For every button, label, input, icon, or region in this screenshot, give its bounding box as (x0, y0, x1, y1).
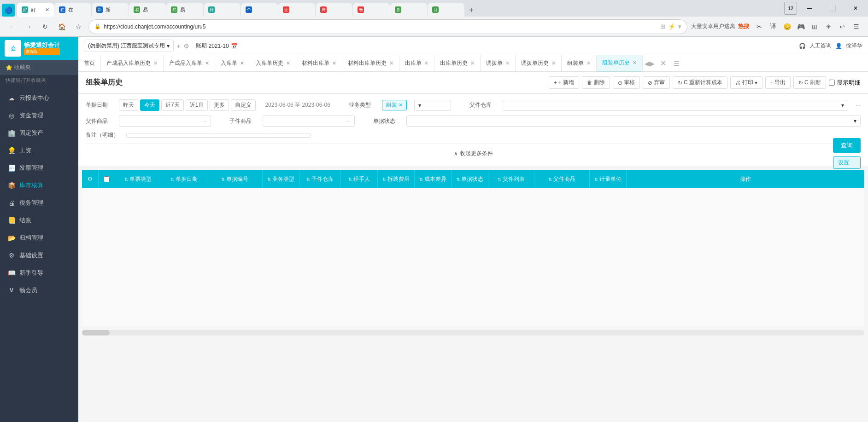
tab-close-icon[interactable]: ✕ (205, 60, 209, 66)
tab-transfer-history[interactable]: 调拨单历史 ✕ (516, 55, 562, 72)
tab-count-badge[interactable]: 12 (784, 2, 797, 15)
th-unit[interactable]: ⇅ 计量单位 (590, 170, 627, 188)
extensions-icon[interactable]: ⚡ (668, 23, 675, 30)
close-button[interactable]: ✕ (845, 0, 866, 17)
sun-tool[interactable]: ☀ (822, 20, 835, 33)
tab-in-history[interactable]: 入库单历史 ✕ (250, 55, 296, 72)
tab-material-out[interactable]: 材料出库单 ✕ (296, 55, 342, 72)
new-tab-button[interactable]: + (465, 4, 478, 17)
settings-button[interactable]: 设置 (833, 156, 861, 169)
tab-in-bill[interactable]: 入库单 ✕ (215, 55, 250, 72)
bookmark-button[interactable]: ☆ (72, 20, 85, 33)
th-disassemble-fee[interactable]: ⇅ 拆装费用 (378, 170, 415, 188)
add-company-icon[interactable]: + (176, 42, 180, 50)
tab-close-icon[interactable]: ✕ (470, 60, 475, 66)
browser-tab-3[interactable]: 易 易 (129, 3, 166, 17)
yesterday-btn[interactable]: 昨天 (119, 99, 138, 111)
th-bill-date[interactable]: ⇅ 单据日期 (161, 170, 207, 188)
th-cost-diff[interactable]: ⇅ 成本差异 (415, 170, 452, 188)
delete-button[interactable]: 🗑 删除 (582, 76, 610, 89)
browser-tab-5[interactable]: 好 (204, 3, 240, 17)
th-sub-warehouse[interactable]: ⇅ 子件仓库 (299, 170, 341, 188)
more-icon[interactable]: ··· (202, 118, 207, 124)
add-button[interactable]: + + 新增 (549, 76, 579, 89)
sidebar-item-guide[interactable]: 📖 新手引导 (0, 264, 78, 282)
tab-close-icon[interactable]: ✕ (551, 60, 556, 66)
remark-input[interactable] (126, 133, 311, 138)
qr-icon[interactable]: ⊞ (660, 23, 665, 30)
th-handler[interactable]: ⇅ 经手人 (341, 170, 378, 188)
scissors-tool[interactable]: ✂ (753, 20, 766, 33)
minimize-button[interactable]: — (799, 0, 820, 17)
th-biz-type[interactable]: ⇅ 业务类型 (263, 170, 299, 188)
tab-transfer[interactable]: 调拨单 ✕ (481, 55, 516, 72)
consult-label[interactable]: 人工咨询 (809, 42, 832, 50)
month-btn[interactable]: 近1月 (186, 99, 208, 111)
browser-tab-1[interactable]: 在 在 (54, 3, 91, 17)
recalc-button[interactable]: ↻ C 重新计算成本 (673, 76, 727, 89)
company-selector[interactable]: (勿删勿禁用) 江西服宝测试专用 ▾ (84, 40, 174, 52)
browser-tab-7[interactable]: 企 (278, 3, 315, 17)
nav-right-arrow[interactable]: ▶ (650, 60, 655, 67)
back-button[interactable]: ← (6, 20, 18, 33)
tab-home[interactable]: 首页 (78, 55, 101, 72)
sidebar-bookmark[interactable]: ⭐ 收藏夹 (0, 60, 78, 75)
th-bill-type[interactable]: ⇅ 单票类型 (115, 170, 161, 188)
sidebar-item-cloud-report[interactable]: ☁ 云报表中心 (0, 89, 78, 107)
tab-product-in-history[interactable]: 产成品入库单历史 ✕ (101, 55, 164, 72)
parent-goods-input[interactable]: ··· (119, 116, 211, 127)
browser-tab-9[interactable]: 畅 (353, 3, 390, 17)
tab-close[interactable]: ✕ (45, 7, 49, 13)
sidebar-item-archive[interactable]: 📂 归档管理 (0, 229, 78, 247)
menu-tool[interactable]: ☰ (850, 20, 862, 33)
calendar-icon[interactable]: 📅 (231, 43, 238, 49)
tab-close-icon[interactable]: ✕ (286, 60, 290, 66)
browser-tab-4[interactable]: 易 易 (166, 3, 203, 17)
audit-button[interactable]: ⊙ 审核 (613, 76, 640, 89)
browser-tab-8[interactable]: 腾 (316, 3, 352, 17)
select-all-checkbox[interactable] (104, 176, 110, 182)
refresh-button[interactable]: ↻ C 刷新 (793, 76, 826, 89)
more-options-icon[interactable]: ··· (856, 102, 861, 109)
nav-left-arrow[interactable]: ◀ (645, 60, 650, 67)
th-parent-list[interactable]: ⇅ 父件列表 (488, 170, 534, 188)
tab-close-icon[interactable]: ✕ (424, 60, 428, 66)
tab-close-icon[interactable]: ✕ (240, 60, 244, 66)
sidebar-item-settings[interactable]: ⚙ 基础设置 (0, 247, 78, 264)
sidebar-item-invoice[interactable]: 🧾 发票管理 (0, 159, 78, 177)
print-button[interactable]: 🖨 打印 ▾ (730, 76, 762, 89)
custom-btn[interactable]: 自定义 (231, 99, 256, 111)
child-goods-input[interactable]: ··· (263, 116, 355, 127)
th-bill-no[interactable]: ⇅ 单据编号 (207, 170, 263, 188)
company-settings-icon[interactable]: ⚙ (183, 42, 189, 50)
show-detail-checkbox[interactable] (829, 80, 835, 86)
home-button[interactable]: 🏠 (55, 20, 68, 33)
th-checkbox[interactable] (99, 170, 115, 188)
tab-product-in[interactable]: 产成品入库单 ✕ (164, 55, 215, 72)
horizontal-scrollbar[interactable] (82, 330, 864, 335)
tab-close-icon[interactable]: ✕ (586, 60, 591, 66)
th-bill-status[interactable]: ⇅ 单据状态 (452, 170, 488, 188)
tab-material-out-history[interactable]: 材料出库单历史 ✕ (342, 55, 399, 72)
browser-tab-6[interactable]: 个 (241, 3, 278, 17)
dropdown-icon[interactable]: ▾ (678, 23, 681, 30)
biz-type-select[interactable]: ▾ (414, 100, 451, 111)
th-settings[interactable]: ⚙ (82, 170, 99, 188)
tab-more-options[interactable]: ☰ (670, 60, 683, 67)
sidebar-item-fund[interactable]: ◎ 资金管理 (0, 107, 78, 124)
tab-close-icon[interactable]: ✕ (633, 60, 637, 66)
sidebar-item-fixed-asset[interactable]: 🏢 固定资产 (0, 124, 78, 142)
maximize-button[interactable]: ⬜ (822, 0, 843, 17)
tab-close-icon[interactable]: ✕ (153, 60, 158, 66)
tab-close-icon[interactable]: ✕ (332, 60, 336, 66)
close-all-tabs[interactable]: ✕ (657, 59, 670, 68)
week-btn[interactable]: 近7天 (161, 99, 184, 111)
th-parent-goods[interactable]: ⇅ 父件商品 (534, 170, 590, 188)
today-btn[interactable]: 今天 (140, 99, 159, 111)
sidebar-item-inventory[interactable]: 📦 库存核算 (0, 177, 78, 194)
tab-out-history[interactable]: 出库单历史 ✕ (434, 55, 481, 72)
reload-button[interactable]: ↻ (39, 20, 52, 33)
collapse-button[interactable]: ∧ 收起更多条件 (86, 147, 861, 160)
tab-assembly-history[interactable]: 组装单历史 ✕ (597, 55, 643, 72)
forward-button[interactable]: → (22, 20, 35, 33)
